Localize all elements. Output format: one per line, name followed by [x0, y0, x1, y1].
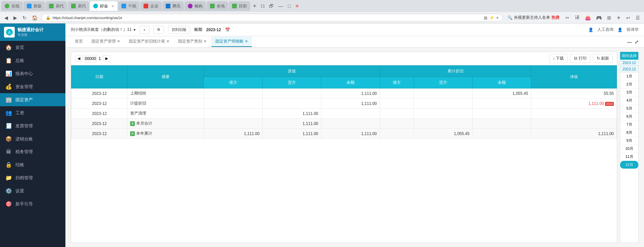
close-window-btn[interactable]: ✕	[293, 3, 301, 9]
browser-tab-t2[interactable]: 新版	[23, 1, 45, 11]
refresh-btn[interactable]: ↻ 刷新	[593, 54, 613, 63]
company-selector[interactable]: 刘小艳演示账套（勿删勿动！）11 ▾	[71, 27, 136, 33]
page-tab-close-fixed-assets-mgmt[interactable]: ✕	[117, 39, 120, 44]
sidebar-item-fund-mgmt[interactable]: 💰 资金管理	[0, 80, 65, 93]
undo-btn[interactable]: ↩	[625, 14, 632, 21]
period-month-3[interactable]: 3月	[620, 88, 638, 97]
period-month-10[interactable]: 10月	[620, 145, 638, 153]
tab-label-t10: 各地	[217, 3, 225, 9]
period-month-11[interactable]: 11月	[620, 153, 638, 161]
browser-tab-t10[interactable]: 各地	[207, 1, 228, 11]
page-tab-asset-detail[interactable]: 固定资产明细账 ✕	[211, 37, 252, 47]
period-month-9[interactable]: 9月	[620, 137, 638, 145]
tab-count-badge[interactable]: 11	[259, 4, 266, 8]
period-month-12[interactable]: 12月	[620, 161, 638, 169]
print-btn[interactable]: ⊟ 打印	[570, 54, 590, 63]
cell-dep-debit-4	[380, 119, 414, 129]
period-year-end[interactable]: 2023.12	[620, 66, 638, 72]
period-month-5[interactable]: 5月	[620, 105, 638, 113]
refresh-button[interactable]: ↻	[21, 14, 28, 21]
expand-address-icon[interactable]: ▾	[496, 15, 498, 20]
sidebar-item-payroll[interactable]: 👥 工资	[0, 106, 65, 119]
sidebar-item-tax-mgmt[interactable]: 🏛 税务管理	[0, 145, 65, 158]
browser-tab-t6[interactable]: 个税	[118, 1, 140, 11]
period-month-1[interactable]: 1月	[620, 72, 638, 80]
home-button[interactable]: 🏠	[30, 14, 39, 21]
cell-orig-balance-4	[321, 119, 380, 129]
sidebar-item-settings[interactable]: ⚙️ 设置	[0, 184, 65, 197]
period-year-start[interactable]: 2023.12	[620, 60, 638, 66]
add-company-btn[interactable]: +	[140, 26, 149, 34]
grid-btn[interactable]: ⊞	[606, 14, 612, 21]
browser-tab-t9[interactable]: 畅购	[184, 1, 206, 11]
page-tab-label-asset-category: 固定资产类别	[178, 39, 202, 44]
user-label[interactable]: 徐译华	[627, 27, 639, 33]
cell-orig-debit-4	[204, 119, 263, 129]
restore-window-btn[interactable]: 🗗	[267, 3, 276, 9]
address-bar[interactable]: 🔒 https://cloud.chanjet.com/accounting/u…	[41, 14, 503, 22]
period-month-2[interactable]: 2月	[620, 80, 638, 88]
page-tab-close-depreciation-stat[interactable]: ✕	[166, 39, 169, 44]
table-row: 2023-12 上期结转 1,111.00 1,055.45 55.55	[71, 88, 617, 99]
page-tab-home[interactable]: 首页	[71, 37, 87, 47]
page-id-input[interactable]	[85, 55, 97, 62]
theme-btn[interactable]: ☀	[615, 14, 622, 21]
sidebar-item-report-center[interactable]: 📊 报表中心	[0, 67, 65, 80]
sidebar-item-guide[interactable]: 🎯 新手引导	[0, 197, 65, 210]
new-tab-button[interactable]: +	[251, 3, 259, 10]
game-btn[interactable]: 🎮	[595, 14, 603, 21]
ledger-icon: 📋	[5, 57, 12, 64]
sidebar-item-home[interactable]: 🏠 首页	[0, 41, 65, 54]
help-label[interactable]: 人工咨询	[597, 27, 613, 33]
prev-page-btn[interactable]: ◀	[75, 55, 83, 62]
download-btn[interactable]: ↓ 下载	[549, 54, 568, 63]
minimize-btn[interactable]: —	[276, 3, 285, 9]
forward-button[interactable]: ▶	[12, 14, 19, 21]
page-tab-close-asset-category[interactable]: ✕	[204, 39, 207, 44]
sidebar-item-purchase-sale[interactable]: 📦 进销台账	[0, 132, 65, 145]
browser-tab-t1[interactable]: 在线	[1, 1, 23, 11]
browser-tab-t5[interactable]: 好会 ✕	[90, 1, 117, 11]
page-tab-asset-category[interactable]: 固定资产类别 ✕	[174, 37, 211, 47]
browser-tab-t4[interactable]: 易代	[68, 1, 89, 11]
bookmark-icon[interactable]: ⚡	[489, 15, 494, 20]
back-button[interactable]: ◀	[3, 14, 10, 21]
sidebar-item-general-ledger[interactable]: 📋 总账	[0, 54, 65, 67]
sidebar-item-closing[interactable]: 🔒 结账	[0, 158, 65, 171]
period-month-6[interactable]: 6月	[620, 113, 638, 121]
wallet-btn[interactable]: 👛	[584, 14, 592, 21]
cell-summary-5: 年本年累计	[127, 129, 204, 139]
cell-summary-4: 本本月合计	[127, 119, 204, 129]
menu-btn[interactable]: ☰	[634, 14, 641, 21]
sidebar: 会 畅捷通好会计 专业版 🏠 首页 📋 总账 📊 报表中心 💰 资金管理	[0, 23, 65, 247]
cell-dep-credit-3	[414, 109, 473, 119]
cell-net-4	[531, 119, 616, 129]
sidebar-item-archive-mgmt[interactable]: 📁 归档管理	[0, 171, 65, 184]
switch-version-btn[interactable]: 切到旧版	[168, 26, 190, 34]
period-month-8[interactable]: 8月	[620, 129, 638, 137]
maximize-btn[interactable]: □	[286, 3, 292, 9]
sidebar-item-fixed-assets[interactable]: 🏢 固定资产	[0, 93, 65, 106]
scissors-btn[interactable]: ✂	[564, 14, 571, 21]
page-tab-fixed-assets-mgmt[interactable]: 固定资产管理 ✕	[88, 37, 124, 47]
browser-tab-t3[interactable]: 易代	[46, 1, 67, 11]
qr-icon[interactable]: ▦	[484, 15, 487, 20]
browser-tab-t8[interactable]: 腾讯	[162, 1, 184, 11]
minimize-panel-btn[interactable]: —	[627, 39, 632, 45]
calendar-icon[interactable]: 📅	[225, 27, 230, 32]
browser-tab-t7[interactable]: 企业	[140, 1, 162, 11]
page-tab-close-asset-detail[interactable]: ✕	[245, 39, 248, 44]
tab-close-t5[interactable]: ✕	[111, 4, 114, 8]
browser-tab-t11[interactable]: 目前	[229, 1, 250, 11]
page-tab-depreciation-stat[interactable]: 固定资产折旧统计表 ✕	[125, 37, 173, 47]
translate-btn[interactable]: 译	[574, 14, 581, 21]
expand-panel-btn[interactable]: ⤢	[635, 39, 639, 45]
period-month-7[interactable]: 7月	[620, 121, 638, 129]
settings-icon: ⚙️	[5, 188, 12, 194]
sidebar-item-invoice-mgmt[interactable]: 🧾 发票管理	[0, 119, 65, 132]
settings-btn[interactable]: ⚙	[153, 26, 164, 34]
search-icon: 🔍	[507, 15, 513, 20]
next-page-btn[interactable]: ▶	[103, 55, 110, 62]
period-month-4[interactable]: 4月	[620, 97, 638, 105]
cell-net-5: 1,111.00	[531, 129, 616, 139]
